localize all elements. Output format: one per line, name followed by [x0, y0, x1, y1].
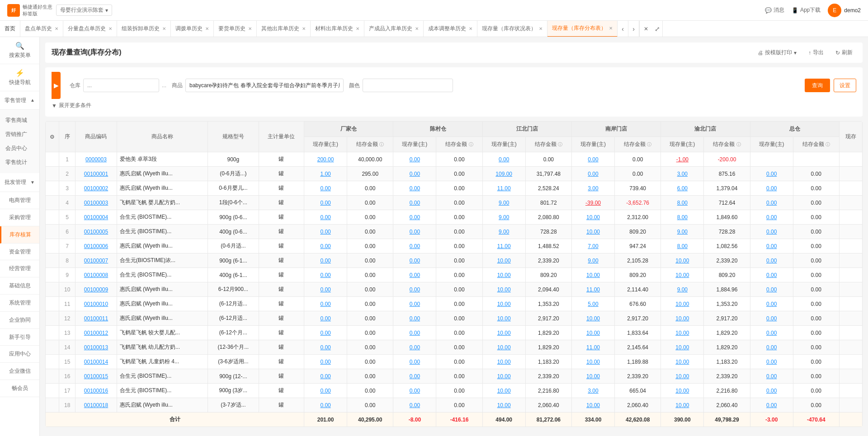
row-lj-qty[interactable]: 0.00: [393, 253, 436, 268]
row-na-qty[interactable]: 3.00: [572, 384, 615, 398]
sidebar-item-operations[interactable]: 经营管理: [0, 260, 39, 277]
row-cf-qty[interactable]: 0.00: [304, 326, 347, 340]
row-na-qty[interactable]: 0.00: [572, 167, 615, 181]
row-yb-qty[interactable]: 9.00: [661, 225, 704, 239]
row-zc-qty[interactable]: 0.00: [750, 181, 793, 196]
row-code[interactable]: 0000003: [75, 152, 117, 167]
row-zc-qty[interactable]: 0.00: [750, 196, 793, 210]
row-yb-qty[interactable]: 10.00: [661, 297, 704, 311]
sidebar-item-ecommerce[interactable]: 电商管理: [0, 192, 39, 209]
row-lj-qty[interactable]: 0.00: [393, 398, 436, 413]
row-cf-qty[interactable]: 0.00: [304, 311, 347, 326]
row-code[interactable]: 00100006: [75, 239, 117, 253]
row-cf-qty[interactable]: 0.00: [304, 268, 347, 282]
row-cf-qty[interactable]: 0.00: [304, 355, 347, 369]
row-lj-qty[interactable]: 0.00: [393, 152, 436, 167]
row-cf-qty[interactable]: 200.00: [304, 152, 347, 167]
row-yb-qty[interactable]: 10.00: [661, 326, 704, 340]
row-code[interactable]: 00100004: [75, 210, 117, 225]
row-lj-qty[interactable]: 0.00: [393, 196, 436, 210]
row-lj-qty[interactable]: 0.00: [393, 326, 436, 340]
tab-close-icon[interactable]: ✕: [539, 26, 542, 31]
row-na-qty[interactable]: 10.00: [572, 355, 615, 369]
row-na-qty[interactable]: 10.00: [572, 210, 615, 225]
row-yb-qty[interactable]: 10.00: [661, 268, 704, 282]
tab-home[interactable]: 首页: [0, 21, 20, 37]
row-na-qty[interactable]: 10.00: [572, 225, 615, 239]
row-na-qty[interactable]: -39.00: [572, 196, 615, 210]
row-lj-qty[interactable]: 0.00: [393, 210, 436, 225]
row-lj-qty[interactable]: 0.00: [393, 225, 436, 239]
row-cf-qty[interactable]: 0.00: [304, 369, 347, 384]
sidebar-item-marketing[interactable]: 营销推广: [0, 127, 39, 141]
tab-expand-btn[interactable]: ⤢: [652, 21, 663, 37]
row-zc-qty[interactable]: 0.00: [750, 253, 793, 268]
sidebar-item-nav[interactable]: ⚡ 快捷导航: [0, 64, 39, 91]
row-yb-qty[interactable]: 10.00: [661, 398, 704, 413]
row-jb-qty[interactable]: 10.00: [482, 282, 525, 297]
row-na-qty[interactable]: 0.00: [572, 152, 615, 167]
filter-collapse-btn[interactable]: ▶: [52, 72, 61, 99]
sidebar-item-collab[interactable]: 企业协同: [0, 312, 39, 329]
row-lj-qty[interactable]: 0.00: [393, 340, 436, 355]
row-cf-qty[interactable]: 0.00: [304, 297, 347, 311]
row-zc-qty[interactable]: 0.00: [750, 239, 793, 253]
row-yb-qty[interactable]: 10.00: [661, 340, 704, 355]
row-zc-qty[interactable]: 0.00: [750, 167, 793, 181]
row-lj-qty[interactable]: 0.00: [393, 268, 436, 282]
row-jb-qty[interactable]: 109.00: [482, 167, 525, 181]
row-code[interactable]: 00100002: [75, 181, 117, 196]
row-cf-qty[interactable]: 0.00: [304, 239, 347, 253]
row-yb-qty[interactable]: -1.00: [661, 152, 704, 167]
tab-5[interactable]: 要货单历史 ✕: [214, 21, 257, 37]
row-lj-qty[interactable]: 0.00: [393, 239, 436, 253]
row-lj-qty[interactable]: 0.00: [393, 167, 436, 181]
sidebar-item-app-center[interactable]: 应用中心: [0, 346, 39, 363]
row-code[interactable]: 00100011: [75, 311, 117, 326]
tab-prev-btn[interactable]: ‹: [618, 21, 628, 37]
sidebar-item-system[interactable]: 系统管理: [0, 295, 39, 312]
export-btn[interactable]: ↑ 导出: [805, 47, 827, 58]
tab-4[interactable]: 调拨单历史 ✕: [171, 21, 214, 37]
sidebar-item-wechat[interactable]: 企业微信: [0, 363, 39, 380]
row-cf-qty[interactable]: 0.00: [304, 210, 347, 225]
sidebar-item-base-info[interactable]: 基础信息: [0, 277, 39, 295]
row-yb-qty[interactable]: 10.00: [661, 369, 704, 384]
row-na-qty[interactable]: 3.00: [572, 181, 615, 196]
row-jb-qty[interactable]: 9.00: [482, 225, 525, 239]
tab-8[interactable]: 产成品入库单历史 ✕: [364, 21, 424, 37]
row-yb-qty[interactable]: 6.00: [661, 181, 704, 196]
row-cf-qty[interactable]: 0.00: [304, 384, 347, 398]
row-code[interactable]: 00100018: [75, 398, 117, 413]
sidebar-item-search[interactable]: 🔍 搜索英单: [0, 37, 39, 64]
row-cf-qty[interactable]: 0.00: [304, 196, 347, 210]
sidebar-item-retail-stats[interactable]: 零售统计: [0, 155, 39, 169]
row-code[interactable]: 00100014: [75, 355, 117, 369]
row-zc-qty[interactable]: 0.00: [750, 225, 793, 239]
row-cf-qty[interactable]: 0.00: [304, 181, 347, 196]
row-na-qty[interactable]: 7.00: [572, 239, 615, 253]
tab-close-icon[interactable]: ✕: [248, 26, 252, 31]
row-lj-qty[interactable]: 0.00: [393, 282, 436, 297]
row-jb-qty[interactable]: 11.00: [482, 181, 525, 196]
tab-close-all-btn[interactable]: ✕: [639, 21, 652, 37]
expand-btn[interactable]: ▼ 展开更多条件: [52, 99, 856, 112]
row-jb-qty[interactable]: 10.00: [482, 398, 525, 413]
company-dropdown[interactable]: 母婴行业演示陈套 ▾: [56, 5, 112, 16]
sidebar-item-wholesale[interactable]: 批发管理 ▼: [0, 173, 39, 192]
row-na-qty[interactable]: 5.00: [572, 297, 615, 311]
row-zc-qty[interactable]: 0.00: [750, 369, 793, 384]
row-zc-qty[interactable]: 0.00: [750, 326, 793, 340]
tab-10[interactable]: 现存量（库存状况表） ✕: [477, 21, 547, 37]
row-jb-qty[interactable]: 0.00: [482, 152, 525, 167]
row-na-qty[interactable]: 10.00: [572, 326, 615, 340]
row-na-qty[interactable]: 10.00: [572, 398, 615, 413]
tab-close-icon[interactable]: ✕: [609, 26, 613, 31]
row-jb-qty[interactable]: 10.00: [482, 253, 525, 268]
search-button[interactable]: 查询: [805, 79, 830, 92]
tab-11[interactable]: 现存量（库存分布表） ✕: [547, 21, 618, 37]
sidebar-item-finance[interactable]: 资金管理: [0, 244, 39, 261]
tab-close-icon[interactable]: ✕: [302, 26, 306, 31]
tab-6[interactable]: 其他出库单历史 ✕: [257, 21, 311, 37]
row-cf-qty[interactable]: 0.00: [304, 282, 347, 297]
